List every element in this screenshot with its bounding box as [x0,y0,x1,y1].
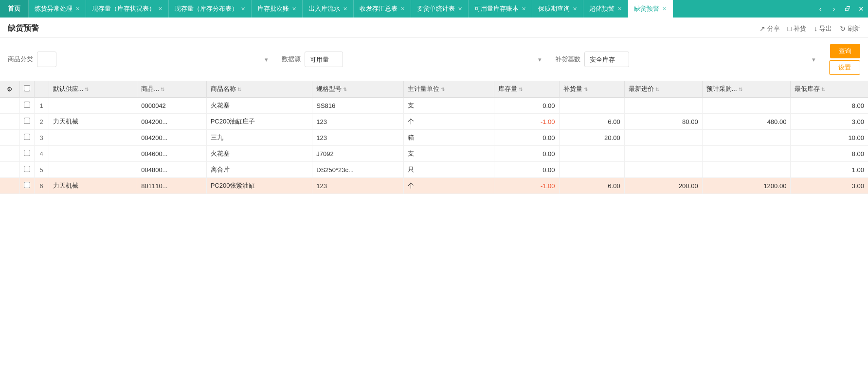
close-tab-9[interactable]: ✕ [573,6,577,12]
row-checkbox-5[interactable] [24,182,30,188]
row-unit-cell: 个 [403,178,494,194]
nav-tab-5[interactable]: 出入库流水 ✕ [303,0,354,18]
nav-arrow-right[interactable]: › [827,0,841,18]
close-tab-11[interactable]: ✕ [662,6,667,12]
th-spec[interactable]: 规格型号 ⇅ [312,81,403,98]
row-gear-cell [0,178,19,194]
row-checkbox-0[interactable] [24,102,30,108]
nav-tab-4[interactable]: 库存批次账 ✕ [252,0,303,18]
replenish-base-select[interactable]: 安全库存 [584,52,629,67]
th-unit[interactable]: 主计量单位 ⇅ [403,81,494,98]
close-tab-10[interactable]: ✕ [617,6,622,12]
close-window-btn[interactable]: ✕ [854,0,868,18]
th-min-stock[interactable]: 最低库存 ⇅ [791,81,868,98]
nav-tab-3[interactable]: 现存量（库存分布表） ✕ [169,0,252,18]
row-gear-cell [0,130,19,146]
row-checkbox-cell[interactable] [19,114,34,130]
close-tab-6[interactable]: ✕ [400,6,405,12]
nav-tab-11[interactable]: 缺货预警 ✕ [628,0,673,18]
th-checkbox [19,81,34,98]
close-tab-1[interactable]: ✕ [75,6,80,12]
row-code-cell: 004600... [137,146,206,162]
nav-tab-6[interactable]: 收发存汇总表 ✕ [354,0,411,18]
close-tab-7[interactable]: ✕ [458,6,462,12]
row-supplier-cell [49,162,137,178]
row-est-cell: 1200.00 [702,178,791,194]
close-tab-8[interactable]: ✕ [522,6,526,12]
query-button[interactable]: 查询 [830,44,860,58]
th-stock[interactable]: 库存量 ⇅ [494,81,559,98]
restore-window-btn[interactable]: 🗗 [841,0,854,18]
nav-tab-2[interactable]: 现存量（库存状况表） ✕ [86,0,169,18]
sort-icon-est: ⇅ [739,87,742,92]
replenish-icon: □ [788,25,792,33]
row-checkbox-2[interactable] [24,134,30,140]
nav-tab-9[interactable]: 保质期查询 ✕ [532,0,583,18]
nav-tab-1[interactable]: 炼货异常处理 ✕ [29,0,86,18]
share-button[interactable]: ↗ 分享 [760,24,780,33]
row-checkbox-1[interactable] [24,118,30,124]
row-stock-cell: 0.00 [494,130,559,146]
row-est-cell [702,98,791,114]
nav-tab-8[interactable]: 可用量库存账本 ✕ [469,0,532,18]
th-product-code[interactable]: 商品... ⇅ [137,81,206,98]
close-tab-5[interactable]: ✕ [343,6,347,12]
row-minstock-cell: 1.00 [791,162,868,178]
category-select[interactable] [37,52,56,67]
row-gear-cell [0,146,19,162]
refresh-label: 刷新 [848,24,860,33]
sort-icon-unit: ⇅ [441,87,445,92]
select-all-checkbox[interactable] [24,85,30,91]
close-tab-4[interactable]: ✕ [292,6,296,12]
sort-icon-replenish: ⇅ [584,87,588,92]
row-minstock-cell: 8.00 [791,98,868,114]
sort-icon-stock: ⇅ [519,87,523,92]
share-icon: ↗ [760,25,765,33]
row-num-cell: 1 [34,98,49,114]
row-est-cell [702,146,791,162]
th-replenish[interactable]: 补货量 ⇅ [559,81,624,98]
datasource-select[interactable]: 可用量 [305,52,343,67]
sort-icon-spec: ⇅ [343,87,347,92]
row-gear-cell [0,162,19,178]
row-name-cell: 三九 [206,130,312,146]
th-supplier[interactable]: 默认供应... ⇅ [49,81,137,98]
row-name-cell: PC200油缸庄子 [206,114,312,130]
row-est-cell [702,162,791,178]
row-gear-cell [0,114,19,130]
sort-icon-code: ⇅ [161,87,164,92]
row-checkbox-cell[interactable] [19,130,34,146]
row-checkbox-cell[interactable] [19,162,34,178]
row-checkbox-cell[interactable] [19,146,34,162]
row-checkbox-3[interactable] [24,150,30,156]
row-spec-cell: J7092 [312,146,403,162]
row-unit-cell: 支 [403,146,494,162]
row-name-cell: PC200张紧油缸 [206,178,312,194]
row-code-cell: 801110... [137,178,206,194]
th-latest-price[interactable]: 最新进价 ⇅ [624,81,702,98]
replenish-button[interactable]: □ 补货 [788,24,806,33]
category-select-wrapper [37,52,272,67]
close-tab-2[interactable]: ✕ [158,6,163,12]
settings-button[interactable]: 设置 [829,60,860,75]
close-tab-3[interactable]: ✕ [241,6,245,12]
row-checkbox-cell[interactable] [19,98,34,114]
nav-tab-10[interactable]: 超储预警 ✕ [583,0,628,18]
th-est-purchase[interactable]: 预计采购... ⇅ [702,81,791,98]
row-supplier-cell: 力天机械 [49,178,137,194]
th-gear[interactable]: ⚙ [0,81,19,98]
row-checkbox-4[interactable] [24,166,30,172]
row-code-cell: 004200... [137,130,206,146]
row-checkbox-cell[interactable] [19,178,34,194]
nav-arrow-left[interactable]: ‹ [814,0,827,18]
th-product-name[interactable]: 商品名称 ⇅ [206,81,312,98]
nav-arrows: ‹ › 🗗 ✕ [814,0,868,18]
replenish-base-filter-group: 补货基数 安全库存 [555,52,819,67]
nav-tab-7[interactable]: 要货单统计表 ✕ [411,0,469,18]
refresh-button[interactable]: ↻ 刷新 [840,24,860,33]
row-price-cell: 80.00 [624,114,702,130]
row-unit-cell: 支 [403,98,494,114]
export-button[interactable]: ↓ 导出 [814,24,832,33]
nav-tab-home[interactable]: 首页 [0,0,29,18]
header-actions: ↗ 分享 □ 补货 ↓ 导出 ↻ 刷新 [760,24,860,33]
